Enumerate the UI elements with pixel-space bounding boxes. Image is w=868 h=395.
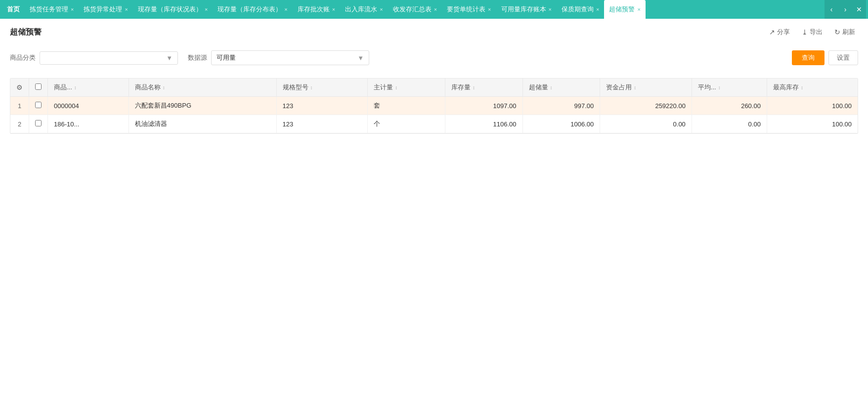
sort-unit-icon[interactable]: ↕ — [395, 85, 397, 90]
close-inventory-status[interactable]: × — [205, 6, 208, 12]
td-stock-1: 1106.00 — [445, 115, 522, 133]
category-filter: 商品分类 ▼ — [10, 51, 178, 65]
td-unit-1: 个 — [368, 115, 445, 133]
td-stock-0: 1097.00 — [445, 97, 522, 115]
close-order-stats[interactable]: × — [488, 6, 491, 12]
select-all-checkbox[interactable] — [35, 83, 42, 90]
table-container: ⚙ 商品... ↕ 商品名称 ↕ — [10, 78, 858, 134]
close-shelf-life[interactable]: × — [596, 6, 599, 12]
export-button[interactable]: ⤓ 导出 — [799, 27, 825, 38]
nav-item-inventory-dist[interactable]: 现存量（库存分布表） × — [213, 0, 292, 19]
td-avg-1: 0.00 — [692, 115, 767, 133]
td-avg-0: 260.00 — [692, 97, 767, 115]
th-code: 商品... ↕ — [48, 79, 129, 97]
nav-item-inout-flow[interactable]: 出入库流水 × — [340, 0, 388, 19]
close-pick-exception[interactable]: × — [125, 6, 128, 12]
row-checkbox-0[interactable] — [35, 102, 42, 108]
nav-item-order-stats[interactable]: 要货单统计表 × — [442, 0, 496, 19]
datasource-select[interactable]: 可用量 ▼ — [211, 50, 369, 65]
datasource-select-value: 可用量 — [217, 53, 236, 62]
th-settings: ⚙ — [10, 79, 29, 97]
column-settings-icon[interactable]: ⚙ — [16, 83, 23, 91]
td-capital-1: 0.00 — [600, 115, 692, 133]
refresh-button[interactable]: ↻ 刷新 — [831, 27, 858, 38]
td-capital-0: 259220.00 — [600, 97, 692, 115]
sort-code-icon[interactable]: ↕ — [74, 85, 77, 90]
data-table: ⚙ 商品... ↕ 商品名称 ↕ — [10, 79, 858, 133]
td-checkbox-1 — [29, 115, 48, 133]
nav-prev-button[interactable]: ‹ — [825, 0, 838, 19]
share-button[interactable]: ↗ 分享 — [766, 27, 793, 38]
table-row: 1 0000004 六配套新昌490BPG 123 套 1097.00 997.… — [10, 97, 858, 115]
nav-arrows: ‹ › ✕ — [825, 0, 866, 19]
close-overstock-warning[interactable]: × — [637, 6, 640, 12]
sort-name-icon[interactable]: ↕ — [163, 85, 165, 90]
td-code-1: 186-10... — [48, 115, 129, 133]
category-label: 商品分类 — [10, 53, 36, 62]
table-row: 2 186-10... 机油滤清器 123 个 1106.00 1006.00 … — [10, 115, 858, 133]
nav-close-button[interactable]: ✕ — [852, 0, 866, 19]
td-index-1: 2 — [10, 115, 29, 133]
category-select[interactable]: ▼ — [40, 51, 178, 65]
filter-buttons: 查询 设置 — [792, 50, 858, 65]
header-actions: ↗ 分享 ⤓ 导出 ↻ 刷新 — [766, 27, 858, 38]
page-header: 超储预警 ↗ 分享 ⤓ 导出 ↻ 刷新 — [10, 27, 858, 38]
top-nav: 首页 拣货任务管理 × 拣货异常处理 × 现存量（库存状况表） × 现存量（库存… — [0, 0, 868, 19]
sort-avg-icon[interactable]: ↕ — [718, 85, 721, 90]
td-overstock-1: 1006.00 — [522, 115, 600, 133]
export-icon: ⤓ — [802, 28, 808, 36]
td-spec-1: 123 — [276, 115, 368, 133]
nav-item-pick-exception[interactable]: 拣货异常处理 × — [79, 0, 132, 19]
sort-spec-icon[interactable]: ↕ — [310, 85, 313, 90]
datasource-filter: 数据源 可用量 ▼ — [188, 50, 369, 65]
nav-item-overstock-warning[interactable]: 超储预警 × — [604, 0, 645, 19]
th-avg: 平均... ↕ — [692, 79, 767, 97]
nav-item-inventory-status[interactable]: 现存量（库存状况表） × — [133, 0, 213, 19]
th-capital: 资金占用 ↕ — [600, 79, 692, 97]
td-index-0: 1 — [10, 97, 29, 115]
td-unit-0: 套 — [368, 97, 445, 115]
nav-item-available-account[interactable]: 可用量库存账本 × — [496, 0, 557, 19]
nav-item-shelf-life[interactable]: 保质期查询 × — [557, 0, 604, 19]
th-unit: 主计量 ↕ — [368, 79, 445, 97]
sort-overstock-icon[interactable]: ↕ — [550, 85, 553, 90]
th-checkbox — [29, 79, 48, 97]
nav-item-batch-account[interactable]: 库存批次账 × — [293, 0, 340, 19]
category-arrow-icon: ▼ — [166, 54, 173, 62]
filter-area: 商品分类 ▼ 数据源 可用量 ▼ 查询 设置 — [10, 45, 858, 70]
td-max-stock-0: 100.00 — [767, 97, 858, 115]
share-icon: ↗ — [769, 28, 775, 36]
page-title: 超储预警 — [10, 27, 42, 38]
sort-capital-icon[interactable]: ↕ — [634, 85, 636, 90]
td-checkbox-0 — [29, 97, 48, 115]
td-name-0: 六配套新昌490BPG — [129, 97, 276, 115]
row-checkbox-1[interactable] — [35, 120, 42, 126]
td-code-0: 0000004 — [48, 97, 129, 115]
td-name-1: 机油滤清器 — [129, 115, 276, 133]
close-pick-task[interactable]: × — [71, 6, 74, 12]
close-inout-summary[interactable]: × — [434, 6, 437, 12]
sort-max-stock-icon[interactable]: ↕ — [801, 85, 803, 90]
table-body: 1 0000004 六配套新昌490BPG 123 套 1097.00 997.… — [10, 97, 858, 133]
td-overstock-0: 997.00 — [522, 97, 600, 115]
refresh-icon: ↻ — [834, 28, 840, 36]
query-button[interactable]: 查询 — [792, 50, 825, 65]
settings-button[interactable]: 设置 — [828, 50, 858, 65]
th-overstock: 超储量 ↕ — [522, 79, 600, 97]
close-batch-account[interactable]: × — [332, 6, 335, 12]
table-header-row: ⚙ 商品... ↕ 商品名称 ↕ — [10, 79, 858, 97]
close-inventory-dist[interactable]: × — [284, 6, 287, 12]
nav-next-button[interactable]: › — [838, 0, 852, 19]
sort-stock-icon[interactable]: ↕ — [473, 85, 475, 90]
nav-item-pick-task[interactable]: 拣货任务管理 × — [25, 0, 79, 19]
nav-item-home[interactable]: 首页 — [2, 0, 25, 19]
close-inout-flow[interactable]: × — [380, 6, 383, 12]
close-available-account[interactable]: × — [549, 6, 552, 12]
th-spec: 规格型号 ↕ — [276, 79, 368, 97]
th-max-stock: 最高库存 ↕ — [767, 79, 858, 97]
datasource-arrow-icon: ▼ — [357, 54, 364, 62]
nav-item-inout-summary[interactable]: 收发存汇总表 × — [388, 0, 442, 19]
th-stock: 库存量 ↕ — [445, 79, 522, 97]
td-max-stock-1: 100.00 — [767, 115, 858, 133]
datasource-label: 数据源 — [188, 53, 207, 62]
